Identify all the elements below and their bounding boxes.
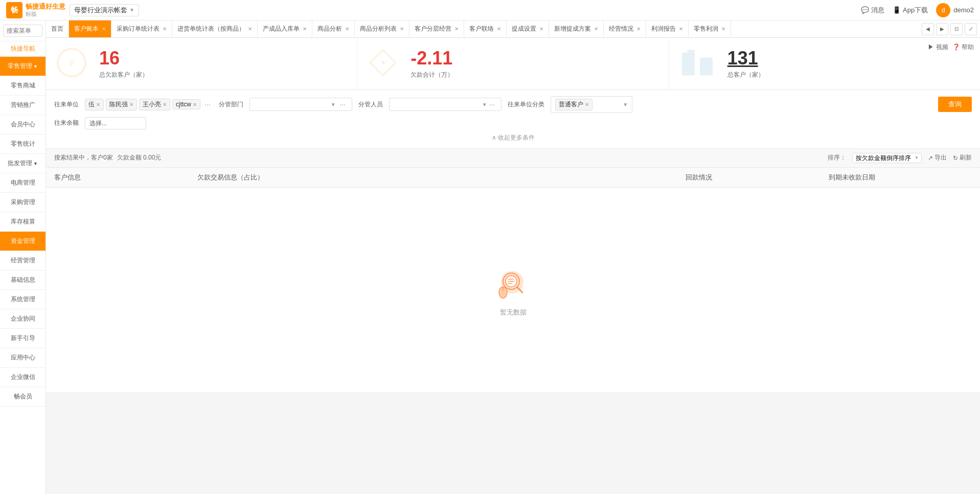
stat-total-debtors: ¥ 16 总欠款客户（家） bbox=[46, 38, 357, 89]
unit-class-selector[interactable]: 普通客户 ✕ ▼ bbox=[551, 96, 632, 113]
filter-area: 往来单位 伍 ✕ 陈民强 ✕ 王小亮 ✕ cjttcw ✕ ··· bbox=[46, 90, 980, 149]
tab-close-icon-10[interactable]: ✕ bbox=[594, 26, 598, 32]
tab-close-icon-4[interactable]: ✕ bbox=[303, 26, 307, 32]
more-tags-button[interactable]: ··· bbox=[202, 100, 213, 108]
collapse-button[interactable]: ∧ 收起更多条件 bbox=[492, 133, 535, 142]
refresh-button[interactable]: ↻ 刷新 bbox=[953, 153, 972, 162]
dept-more-button[interactable]: ··· bbox=[338, 100, 348, 108]
sidebar-item-app-center[interactable]: 应用中心 bbox=[0, 348, 45, 368]
tab-business-status[interactable]: 经营情况 ✕ bbox=[604, 20, 646, 37]
tag-close-wu[interactable]: ✕ bbox=[96, 102, 100, 107]
svg-text:¥: ¥ bbox=[68, 57, 75, 68]
help-button[interactable]: ❓ 帮助 bbox=[952, 43, 974, 52]
sidebar-item-marketing[interactable]: 营销推广 bbox=[0, 96, 45, 115]
sidebar-item-wholesale-mgmt[interactable]: 批发管理 ▼ bbox=[0, 154, 45, 173]
phone-icon: 📱 bbox=[893, 6, 901, 14]
tab-close-icon-9[interactable]: ✕ bbox=[539, 26, 543, 32]
tab-close-icon-2[interactable]: ✕ bbox=[163, 26, 167, 32]
tab-close-icon-11[interactable]: ✕ bbox=[636, 26, 641, 32]
sidebar-item-purchase-mgmt[interactable]: 采购管理 bbox=[0, 193, 45, 212]
search-input[interactable] bbox=[3, 25, 42, 37]
sidebar-item-ecommerce[interactable]: 电商管理 bbox=[0, 173, 45, 193]
sidebar-item-retail-stats[interactable]: 零售统计 bbox=[0, 134, 45, 154]
tab-window-button[interactable]: ⊡ bbox=[950, 23, 963, 35]
sidebar-item-business-mgmt[interactable]: 经营管理 bbox=[0, 251, 45, 271]
sidebar-item-system-mgmt[interactable]: 系统管理 bbox=[0, 290, 45, 309]
table-header: 客户信息 欠款交易信息（占比） 回款情况 到期未收款日期 bbox=[46, 168, 980, 188]
tab-goods-entry-stats[interactable]: 进货单统计表（按商品） ✕ bbox=[172, 20, 258, 37]
filter-row-1: 往来单位 伍 ✕ 陈民强 ✕ 王小亮 ✕ cjttcw ✕ ··· bbox=[54, 96, 972, 113]
message-button[interactable]: 💬 消息 bbox=[861, 6, 884, 15]
total-debt-value: -2.11 bbox=[411, 48, 453, 69]
tab-purchase-order-stats[interactable]: 采购订单统计表 ✕ bbox=[111, 20, 172, 37]
tab-close-icon-3[interactable]: ✕ bbox=[248, 26, 252, 32]
table-body-empty: 暂无数据 bbox=[46, 188, 980, 392]
sidebar-item-finance-mgmt[interactable]: 资金管理 bbox=[0, 232, 45, 251]
tab-actions: ◀ ▶ ⊡ ⤢ bbox=[919, 20, 980, 37]
person-input[interactable] bbox=[394, 101, 482, 108]
logo-subtitle: 标版 bbox=[26, 11, 65, 17]
person-dropdown-icon: ▼ bbox=[482, 102, 487, 107]
tab-close-icon-7[interactable]: ✕ bbox=[454, 26, 459, 32]
unit-class-filter-label: 往来单位分类 bbox=[508, 100, 544, 109]
dept-selector[interactable]: ▼ ··· bbox=[249, 98, 353, 111]
tab-close-icon[interactable]: ✕ bbox=[102, 26, 106, 32]
tab-product-analysis[interactable]: 商品分析 ✕ bbox=[312, 20, 355, 37]
tab-fullscreen-button[interactable]: ⤢ bbox=[965, 23, 977, 35]
tab-close-icon-13[interactable]: ✕ bbox=[721, 26, 725, 32]
dept-input[interactable] bbox=[254, 101, 331, 108]
tab-add-commission[interactable]: 新增提成方案 ✕ bbox=[549, 20, 604, 37]
results-amount: 欠款金额 0.00元 bbox=[117, 153, 162, 162]
sort-select[interactable]: 按欠款金额倒序排序 bbox=[852, 153, 922, 163]
quick-nav-button[interactable]: 快捷导航 bbox=[0, 41, 45, 57]
person-more-button[interactable]: ··· bbox=[487, 100, 497, 108]
col-debt-info: 欠款交易信息（占比） bbox=[197, 173, 686, 182]
sidebar-item-new-user-guide[interactable]: 新手引导 bbox=[0, 329, 45, 348]
header-right: 💬 消息 📱 App下载 d demo2 bbox=[861, 3, 974, 17]
tab-home[interactable]: 首页 bbox=[46, 20, 69, 37]
tag-close-cjttcw[interactable]: ✕ bbox=[193, 102, 197, 107]
tab-profit-report[interactable]: 利润报告 ✕ bbox=[646, 20, 689, 37]
sidebar: 快捷导航 零售管理 ▼ 零售商城 营销推广 会员中心 零售统计 批发管理 ▼ 电… bbox=[0, 20, 46, 494]
tab-product-analysis-list[interactable]: 商品分析列表 ✕ bbox=[355, 20, 409, 37]
export-button[interactable]: ↗ 导出 bbox=[928, 153, 947, 162]
person-selector[interactable]: ▼ ··· bbox=[389, 98, 502, 111]
chevron-icon: ▼ bbox=[33, 64, 38, 69]
tab-next-button[interactable]: ▶ bbox=[936, 23, 948, 35]
app-download-button[interactable]: 📱 App下载 bbox=[893, 6, 928, 15]
total-debtors-value: 16 bbox=[99, 48, 148, 69]
tab-commission-settings[interactable]: 提成设置 ✕ bbox=[507, 20, 549, 37]
tab-retail-profit[interactable]: 零售利润 ✕ bbox=[689, 20, 731, 37]
tag-close-chen[interactable]: ✕ bbox=[129, 102, 133, 107]
sidebar-item-retail-mgmt[interactable]: 零售管理 ▼ bbox=[0, 57, 45, 76]
unit-filter-tags: 伍 ✕ 陈民强 ✕ 王小亮 ✕ cjttcw ✕ ··· bbox=[85, 99, 213, 110]
dept-dropdown-icon: ▼ bbox=[331, 102, 336, 107]
sort-select-wrapper: 按欠款金额倒序排序 ▼ bbox=[852, 153, 922, 163]
tab-close-icon-12[interactable]: ✕ bbox=[679, 26, 683, 32]
sidebar-item-inventory[interactable]: 库存核算 bbox=[0, 212, 45, 232]
tab-close-icon-6[interactable]: ✕ bbox=[400, 26, 404, 32]
sidebar-item-retail-mall[interactable]: 零售商城 bbox=[0, 76, 45, 96]
sidebar-item-member-center[interactable]: 会员中心 bbox=[0, 115, 45, 134]
unit-class-tag-close[interactable]: ✕ bbox=[585, 102, 589, 107]
avatar: d bbox=[936, 3, 950, 17]
user-area[interactable]: d demo2 bbox=[936, 3, 974, 17]
sidebar-item-chang-member[interactable]: 畅会员 bbox=[0, 387, 45, 407]
tab-product-entry[interactable]: 产成品入库单 ✕ bbox=[258, 20, 312, 37]
tab-customer-ledger[interactable]: 客户账本 ✕ bbox=[69, 20, 111, 37]
stat-help-area: ▶ 视频 ❓ 帮助 bbox=[928, 43, 974, 52]
sidebar-item-enterprise-wechat[interactable]: 企业微信 bbox=[0, 368, 45, 387]
tab-bar: 首页 客户账本 ✕ 采购订单统计表 ✕ 进货单统计表（按商品） ✕ 产成品入库单… bbox=[46, 20, 980, 38]
video-button[interactable]: ▶ 视频 bbox=[928, 43, 948, 52]
balance-select[interactable]: 选择... bbox=[85, 117, 146, 129]
company-selector[interactable]: 母婴行业演示帐套 ▼ bbox=[70, 4, 139, 16]
query-button[interactable]: 查询 bbox=[938, 97, 972, 112]
sidebar-item-enterprise-collab[interactable]: 企业协同 bbox=[0, 309, 45, 329]
tab-close-icon-5[interactable]: ✕ bbox=[345, 26, 349, 32]
tab-close-icon-8[interactable]: ✕ bbox=[497, 26, 501, 32]
sidebar-item-basic-info[interactable]: 基础信息 bbox=[0, 271, 45, 290]
tab-customer-tier[interactable]: 客户分层经营 ✕ bbox=[409, 20, 464, 37]
tab-customer-contact[interactable]: 客户联络 ✕ bbox=[464, 20, 507, 37]
tag-close-wang[interactable]: ✕ bbox=[163, 102, 167, 107]
tab-prev-button[interactable]: ◀ bbox=[922, 23, 934, 35]
